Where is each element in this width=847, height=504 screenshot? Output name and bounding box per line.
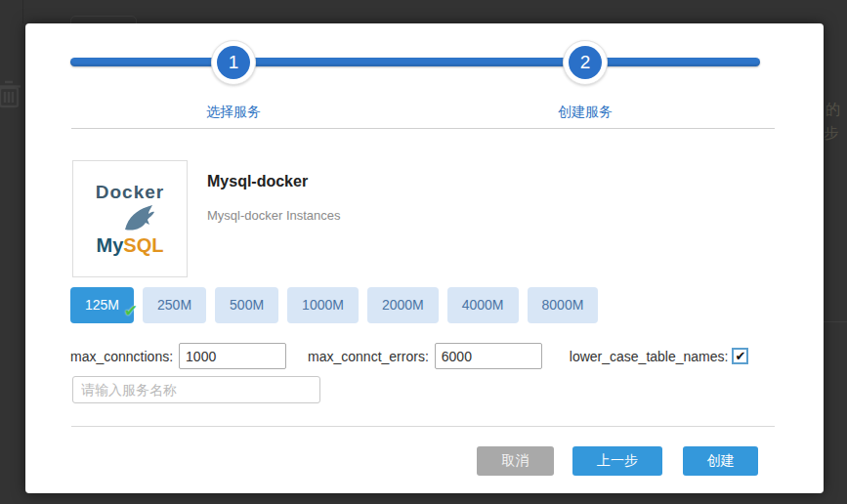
memory-option-4000m[interactable]: 4000M [447,287,519,323]
max-connections-label: max_connctions: [70,349,173,364]
cancel-button[interactable]: 取消 [477,446,554,476]
background-divider [824,321,847,322]
memory-option-500m[interactable]: 500M [215,287,278,323]
service-title: Mysql-docker [207,173,308,190]
memory-option-125m[interactable]: 125M ✔ [70,287,134,323]
selected-check-icon: ✔ [124,293,138,329]
background-text-fragment: 的 [826,101,840,119]
create-service-dialog: 1 2 选择服务 创建服务 Docker MySQL Mysql-docker … [25,23,824,493]
trash-icon [0,80,21,113]
step-2-indicator: 2 [563,40,608,85]
create-button[interactable]: 创建 [683,446,758,476]
footer-divider [71,426,775,427]
step-1-number: 1 [217,46,250,79]
mysql-dolphin-icon [122,205,155,236]
background-text-fragment: 步 [824,124,838,143]
step-1-label: 选择服务 [175,104,292,121]
mysql-logo-my: My [97,234,124,256]
mysql-logo-sql: SQL [123,234,163,256]
background-divider [22,0,23,23]
service-name-input[interactable] [72,376,320,403]
step-2-number: 2 [569,46,602,79]
step-1-indicator: 1 [211,40,256,85]
memory-options: 125M ✔ 250M 500M 1000M 2000M 4000M 8000M [70,287,598,323]
lower-case-table-names-label: lower_case_table_names: [570,349,729,364]
header-divider [71,128,775,129]
memory-option-2000m[interactable]: 2000M [367,287,439,323]
service-logo: Docker MySQL [72,160,188,277]
memory-option-8000m[interactable]: 8000M [528,287,599,323]
lower-case-table-names-checkbox[interactable]: ✔ [732,348,748,364]
max-connect-errors-label: max_connct_errors: [308,349,429,364]
max-connections-input[interactable] [179,343,286,369]
mysql-logo-text: MySQL [97,234,164,257]
max-connect-errors-input[interactable] [435,343,542,369]
service-subtitle: Mysql-docker Instances [207,208,341,223]
previous-step-button[interactable]: 上一步 [572,446,662,476]
parameters-row: max_connctions: max_connct_errors: lower… [70,343,748,369]
memory-option-1000m[interactable]: 1000M [287,287,359,323]
wizard-progress-bar [70,58,760,66]
memory-option-250m[interactable]: 250M [143,287,206,323]
docker-logo-text: Docker [96,182,164,203]
step-2-label: 创建服务 [527,104,644,121]
